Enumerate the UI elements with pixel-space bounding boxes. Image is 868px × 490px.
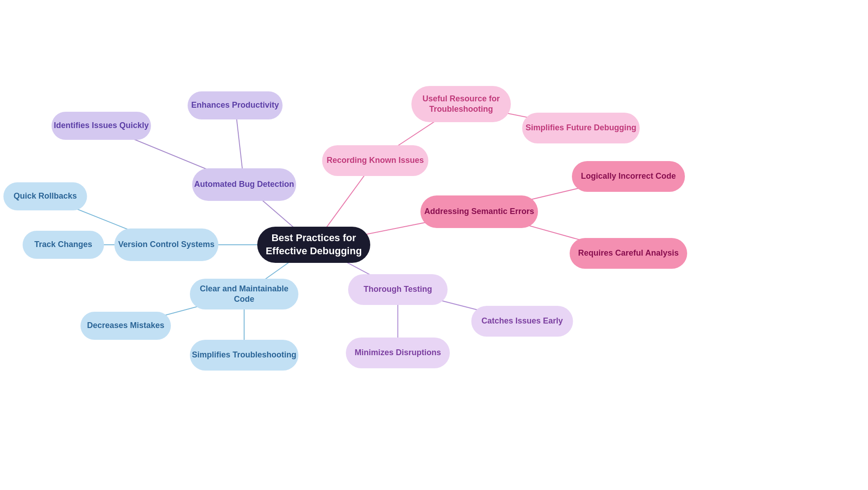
mindmap-container: Best Practices for Effective Debugging A…: [0, 0, 868, 490]
identifies-issues-quickly-node: Identifies Issues Quickly: [52, 112, 151, 140]
recording-known-issues-node: Recording Known Issues: [322, 145, 429, 176]
useful-resource-node: Useful Resource for Troubleshooting: [411, 86, 511, 122]
addressing-semantic-errors-node: Addressing Semantic Errors: [420, 195, 538, 228]
enhances-productivity-node: Enhances Productivity: [188, 91, 283, 119]
version-control-systems-node: Version Control Systems: [114, 228, 218, 261]
minimizes-disruptions-node: Minimizes Disruptions: [346, 338, 450, 368]
clear-maintainable-code-node: Clear and Maintainable Code: [190, 279, 298, 309]
thorough-testing-node: Thorough Testing: [348, 274, 448, 305]
decreases-mistakes-node: Decreases Mistakes: [80, 312, 171, 340]
quick-rollbacks-node: Quick Rollbacks: [4, 182, 87, 210]
simplifies-future-debugging-node: Simplifies Future Debugging: [522, 113, 640, 143]
automated-bug-detection-node: Automated Bug Detection: [192, 168, 296, 201]
track-changes-node: Track Changes: [23, 231, 104, 259]
catches-issues-early-node: Catches Issues Early: [472, 306, 573, 337]
center-node: Best Practices for Effective Debugging: [257, 227, 370, 263]
logically-incorrect-code-node: Logically Incorrect Code: [572, 161, 685, 192]
requires-careful-analysis-node: Requires Careful Analysis: [570, 238, 687, 269]
simplifies-troubleshooting-node: Simplifies Troubleshooting: [190, 340, 298, 371]
